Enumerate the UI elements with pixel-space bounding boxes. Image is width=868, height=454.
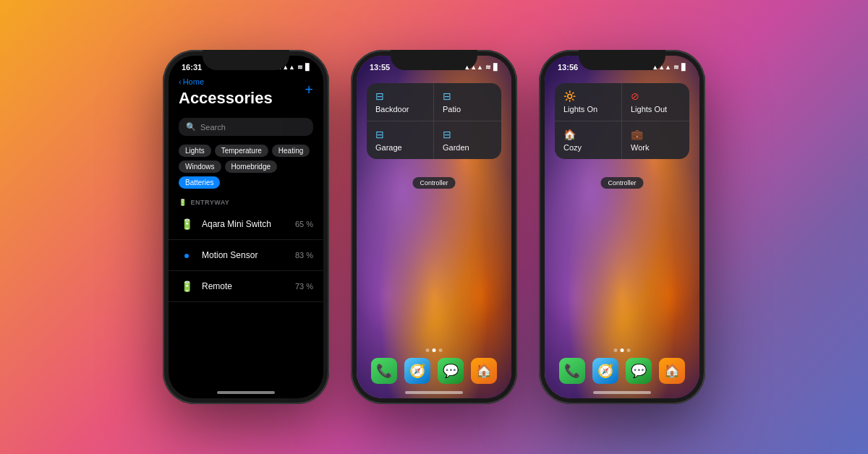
cozy-label: Cozy bbox=[563, 143, 613, 152]
dock-safari-3[interactable]: 🧭 bbox=[592, 358, 618, 384]
dock-home-2[interactable]: 🏠 bbox=[471, 358, 497, 384]
accessory-item-3[interactable]: 🔋 Remote 73 % bbox=[169, 271, 323, 302]
menu-item-backdoor[interactable]: ⊟ Backdoor bbox=[367, 83, 434, 121]
dock-safari-2[interactable]: 🧭 bbox=[404, 358, 430, 384]
patio-icon: ⊟ bbox=[443, 90, 493, 102]
dock-3: 📞 🧭 💬 🏠 bbox=[559, 358, 685, 384]
status-bar-2: 13:55 ▲▲▲ ≋ ▊ bbox=[357, 56, 511, 74]
dock-phone-3[interactable]: 📞 bbox=[559, 358, 585, 384]
wifi-icon-3: ≋ bbox=[673, 64, 679, 71]
context-menu-2[interactable]: ⊟ Backdoor ⊟ Patio ⊟ Garage ⊟ Garden bbox=[367, 83, 501, 159]
dot-3-1 bbox=[614, 348, 618, 352]
context-menu-3[interactable]: 🔆 Lights On ⊘ Lights Out 🏠 Cozy 💼 Work bbox=[555, 83, 689, 159]
menu-item-cozy[interactable]: 🏠 Cozy bbox=[555, 121, 622, 159]
accessory-list: 🔋 Aqara Mini Switch 65 % ● Motion Sensor… bbox=[169, 209, 323, 398]
search-bar[interactable]: 🔍 Search bbox=[179, 118, 313, 136]
accessory-icon-2: ● bbox=[179, 247, 195, 263]
accessory-icon-3: 🔋 bbox=[179, 278, 195, 294]
status-icons-3: ▲▲▲ ≋ ▊ bbox=[652, 64, 686, 71]
dot-3-3 bbox=[627, 348, 631, 352]
time-1: 16:31 bbox=[182, 63, 202, 72]
garden-label: Garden bbox=[443, 143, 493, 152]
dock-home-3[interactable]: 🏠 bbox=[659, 358, 685, 384]
wallpaper-2: 13:55 ▲▲▲ ≋ ▊ ⊟ Backdoor ⊟ Patio bbox=[357, 56, 511, 398]
tag-temperature[interactable]: Temperature bbox=[215, 145, 268, 157]
dot-1 bbox=[426, 348, 430, 352]
tag-heating[interactable]: Heating bbox=[272, 145, 310, 157]
dock-phone-2[interactable]: 📞 bbox=[371, 358, 397, 384]
accessories-screen: 16:31 ▲▲▲ ≋ ▊ ‹ Home Accessories + 🔍 Sea… bbox=[169, 56, 323, 398]
home-indicator-2 bbox=[405, 391, 463, 394]
page-dots-2 bbox=[426, 348, 443, 352]
wifi-icon: ≋ bbox=[297, 64, 303, 71]
filter-tags: Lights Temperature Heating Windows Homeb… bbox=[169, 140, 323, 193]
tag-homebridge[interactable]: Homebridge bbox=[225, 160, 277, 173]
menu-item-lights-on[interactable]: 🔆 Lights On bbox=[555, 83, 622, 121]
accessory-name-3: Remote bbox=[202, 281, 288, 291]
lights-on-label: Lights On bbox=[563, 105, 613, 113]
phone-1-screen: 16:31 ▲▲▲ ≋ ▊ ‹ Home Accessories + 🔍 Sea… bbox=[169, 56, 323, 398]
menu-item-garage[interactable]: ⊟ Garage bbox=[367, 121, 434, 159]
backdoor-label: Backdoor bbox=[375, 105, 425, 113]
phone-3-screen: 13:56 ▲▲▲ ≋ ▊ 🔆 Lights On ⊘ Lights Out bbox=[545, 56, 699, 398]
dock-messages-2[interactable]: 💬 bbox=[438, 358, 464, 384]
page-title: Accessories bbox=[179, 89, 313, 108]
search-icon: 🔍 bbox=[186, 122, 196, 132]
signal-icon-3: ▲▲▲ bbox=[652, 64, 671, 71]
back-button[interactable]: ‹ Home bbox=[179, 77, 313, 86]
accessory-value-1: 65 % bbox=[295, 220, 313, 228]
wallpaper-3: 13:56 ▲▲▲ ≋ ▊ 🔆 Lights On ⊘ Lights Out bbox=[545, 56, 699, 398]
lights-on-icon: 🔆 bbox=[563, 90, 613, 102]
phone-1: 16:31 ▲▲▲ ≋ ▊ ‹ Home Accessories + 🔍 Sea… bbox=[163, 50, 329, 404]
tag-batteries[interactable]: Batteries bbox=[179, 176, 220, 189]
home-indicator-1 bbox=[217, 391, 275, 394]
garden-icon: ⊟ bbox=[443, 129, 493, 140]
tag-lights[interactable]: Lights bbox=[179, 145, 211, 157]
work-label: Work bbox=[631, 143, 681, 152]
battery-icon-2: ▊ bbox=[493, 64, 498, 71]
status-bar-3: 13:56 ▲▲▲ ≋ ▊ bbox=[545, 56, 699, 74]
dot-3-2 bbox=[621, 348, 624, 352]
accessory-item-2[interactable]: ● Motion Sensor 83 % bbox=[169, 240, 323, 271]
dock-messages-3[interactable]: 💬 bbox=[626, 358, 652, 384]
status-icons-1: ▲▲▲ ≋ ▊ bbox=[276, 64, 310, 71]
page-dots-3 bbox=[614, 348, 631, 352]
menu-item-garden[interactable]: ⊟ Garden bbox=[434, 121, 501, 159]
garage-icon: ⊟ bbox=[375, 129, 425, 140]
add-button[interactable]: + bbox=[305, 82, 313, 98]
battery-section-icon: 🔋 bbox=[179, 199, 187, 206]
dot-2 bbox=[433, 348, 436, 352]
accessory-value-2: 83 % bbox=[295, 251, 313, 260]
status-bar-1: 16:31 ▲▲▲ ≋ ▊ bbox=[169, 56, 323, 74]
tag-windows[interactable]: Windows bbox=[179, 160, 221, 173]
wifi-icon-2: ≋ bbox=[485, 64, 491, 71]
phone-2-screen: 13:55 ▲▲▲ ≋ ▊ ⊟ Backdoor ⊟ Patio bbox=[357, 56, 511, 398]
accessories-header: ‹ Home Accessories + bbox=[169, 74, 323, 113]
time-2: 13:55 bbox=[370, 63, 390, 72]
menu-item-lights-out[interactable]: ⊘ Lights Out bbox=[622, 83, 689, 121]
status-icons-2: ▲▲▲ ≋ ▊ bbox=[464, 64, 498, 71]
work-icon: 💼 bbox=[631, 129, 681, 140]
accessory-name-1: Aqara Mini Switch bbox=[202, 219, 288, 229]
garage-label: Garage bbox=[375, 143, 425, 152]
dock-2: 📞 🧭 💬 🏠 bbox=[371, 358, 497, 384]
menu-item-patio[interactable]: ⊟ Patio bbox=[434, 83, 501, 121]
lights-out-label: Lights Out bbox=[631, 105, 681, 113]
accessory-icon-1: 🔋 bbox=[179, 216, 195, 232]
phone-2: 13:55 ▲▲▲ ≋ ▊ ⊟ Backdoor ⊟ Patio bbox=[351, 50, 517, 404]
dot-3 bbox=[439, 348, 443, 352]
accessory-value-3: 73 % bbox=[295, 282, 313, 291]
patio-label: Patio bbox=[443, 105, 493, 113]
signal-icon: ▲▲▲ bbox=[276, 64, 295, 71]
backdoor-icon: ⊟ bbox=[375, 90, 425, 102]
controller-label-2: Controller bbox=[412, 177, 455, 189]
signal-icon-2: ▲▲▲ bbox=[464, 64, 483, 71]
accessory-name-2: Motion Sensor bbox=[202, 250, 288, 260]
menu-item-work[interactable]: 💼 Work bbox=[622, 121, 689, 159]
chevron-left-icon: ‹ bbox=[179, 77, 182, 86]
menu-grid-3: 🔆 Lights On ⊘ Lights Out 🏠 Cozy 💼 Work bbox=[555, 83, 689, 159]
cozy-icon: 🏠 bbox=[563, 129, 613, 140]
phone-3: 13:56 ▲▲▲ ≋ ▊ 🔆 Lights On ⊘ Lights Out bbox=[539, 50, 705, 404]
controller-label-3: Controller bbox=[600, 177, 643, 189]
accessory-item-1[interactable]: 🔋 Aqara Mini Switch 65 % bbox=[169, 209, 323, 240]
